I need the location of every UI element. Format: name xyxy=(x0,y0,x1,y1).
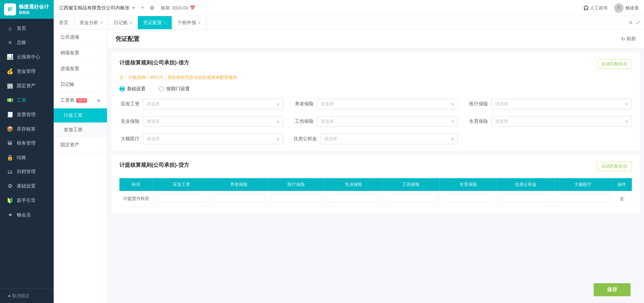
tab-voucher[interactable]: 凭证配置 × xyxy=(138,16,172,29)
tab-home[interactable]: 首页 xyxy=(54,16,74,29)
select-housing-fund[interactable]: 请选择 ∨ xyxy=(320,134,458,144)
cell-work-injury[interactable] xyxy=(382,191,440,206)
cell-maternity[interactable] xyxy=(440,191,497,206)
main-area: 江西服宝精品有限责任公司内账张 ▼ + ⚙ 账期 2023-03 📅 🎧 人工咨… xyxy=(54,0,644,303)
expand-icon[interactable]: ⤢ xyxy=(636,19,640,26)
radio-dept[interactable]: 按部门设置 xyxy=(159,86,190,92)
left-nav-purchase[interactable]: 进项发票 xyxy=(54,61,107,77)
input-credit-maternity[interactable] xyxy=(442,194,494,203)
new-badge: NEW xyxy=(76,98,87,103)
sidebar-item-tax[interactable]: 🏛 税务管理 xyxy=(0,136,54,150)
left-nav-group-label: 工资表 NEW xyxy=(60,97,87,103)
input-credit-medical[interactable] xyxy=(270,194,322,203)
select-pension[interactable]: 请选择 ∨ xyxy=(317,99,458,109)
select-maternity-placeholder: 请选择 xyxy=(495,118,508,124)
tab-funds[interactable]: 资金分析 × xyxy=(74,16,108,29)
left-nav-journal[interactable]: 日记账 xyxy=(54,77,107,93)
tab-journal[interactable]: 日记账 × xyxy=(108,16,138,29)
sidebar-unpin-button[interactable]: ◄ 取消固定 xyxy=(0,289,54,303)
cell-medical[interactable] xyxy=(268,191,325,206)
debit-form-grid: 应发工资 请选择 ∨ 养老保险 请选择 ∨ 医疗 xyxy=(119,99,632,144)
company-selector[interactable]: 江西服宝精品有限责任公司内账张 ▼ xyxy=(59,5,136,11)
select-medical[interactable]: 请选择 ∨ xyxy=(491,99,632,109)
radio-dept-circle xyxy=(159,86,164,92)
refresh-button[interactable]: ↻ 刷新 xyxy=(621,36,636,42)
save-button[interactable]: 保存 xyxy=(594,283,631,296)
payroll-calc-label: 计提工资 xyxy=(64,112,83,118)
settings-gear-icon[interactable]: ⚙ xyxy=(150,5,154,11)
select-work-injury[interactable]: 请选择 ∨ xyxy=(317,116,458,127)
field-unemployment: 失业保险 请选择 ∨ xyxy=(119,116,283,127)
left-nav-fixed-assets[interactable]: 固定资产 xyxy=(54,137,107,153)
select-unemployment[interactable]: 请选择 ∨ xyxy=(143,116,283,127)
left-nav-payroll-group[interactable]: 工资表 NEW ∨ xyxy=(54,93,107,108)
th-pension: 养老保险 xyxy=(210,178,268,191)
cell-housing-fund[interactable] xyxy=(497,191,554,206)
calendar-icon: 📅 xyxy=(190,5,195,10)
sidebar-item-member[interactable]: ✦ 畅会员 xyxy=(0,208,54,222)
chevron-down-icon: ∨ xyxy=(97,98,100,103)
tabs-actions: ✕ ⤢ xyxy=(629,19,644,26)
select-salary[interactable]: 请选择 ∨ xyxy=(143,99,283,109)
left-nav-payroll-pay[interactable]: 发放工资 xyxy=(54,123,107,137)
sidebar-item-archive[interactable]: 🗂 归档管理 xyxy=(0,165,54,179)
delete-row-icon[interactable]: 🗑 xyxy=(620,196,624,201)
service-button[interactable]: 🎧 人工咨询 xyxy=(583,5,607,11)
sidebar-item-reports[interactable]: 📊 云报表中心 xyxy=(0,50,54,64)
select-big-medical[interactable]: 请选择 ∨ xyxy=(143,134,283,144)
tab-funds-label: 资金分析 xyxy=(79,20,98,26)
close-all-icon[interactable]: ✕ xyxy=(629,19,633,26)
sidebar-item-assets[interactable]: 🏢 固定资产 xyxy=(0,79,54,93)
input-credit-big-medical[interactable] xyxy=(557,194,609,203)
tab-journal-close[interactable]: × xyxy=(130,20,132,25)
select-maternity[interactable]: 请选择 ∨ xyxy=(491,116,632,127)
field-maternity-label: 生育保险 xyxy=(468,118,488,124)
tab-tax[interactable]: 个税申报 × xyxy=(172,16,206,29)
input-credit-salary[interactable] xyxy=(156,194,207,203)
tab-home-label: 首页 xyxy=(59,20,68,26)
radio-group: 基础设置 按部门设置 xyxy=(119,86,632,92)
chevron-down-icon: ∨ xyxy=(451,119,454,124)
sidebar-item-ledger[interactable]: ≡ 总账 xyxy=(0,36,54,50)
tab-voucher-close[interactable]: × xyxy=(164,20,166,25)
cell-unemployment[interactable] xyxy=(325,191,382,206)
tab-tax-close[interactable]: × xyxy=(198,20,201,25)
left-nav-sales-label: 销项发票 xyxy=(60,50,79,55)
cell-action[interactable]: 🗑 xyxy=(612,191,632,206)
input-credit-unemployment[interactable] xyxy=(328,194,379,203)
left-nav-sales[interactable]: 销项发票 xyxy=(54,45,107,61)
sidebar-item-funds[interactable]: 💰 资金管理 xyxy=(0,64,54,79)
cell-salary[interactable] xyxy=(153,191,210,206)
sidebar-item-settings[interactable]: ⚙ 基础设置 xyxy=(0,179,54,193)
period-selector[interactable]: 账期 2023-03 📅 xyxy=(161,5,195,11)
field-medical-label: 医疗保险 xyxy=(468,101,488,107)
tab-funds-close[interactable]: × xyxy=(100,20,103,25)
add-company-button[interactable]: + xyxy=(140,4,146,11)
service-label: 人工咨询 xyxy=(590,5,607,11)
sidebar-item-payroll[interactable]: 💵 工资 xyxy=(0,93,54,107)
left-nav-payroll-calc[interactable]: 计提工资 xyxy=(54,108,107,123)
radio-basic[interactable]: 基础设置 xyxy=(119,86,146,92)
sidebar-item-label: 发票管理 xyxy=(17,112,36,118)
funds-icon: 💰 xyxy=(7,68,13,74)
input-credit-housing-fund[interactable] xyxy=(500,194,551,203)
sidebar-item-inventory[interactable]: 📦 库存核算 xyxy=(0,122,54,136)
sidebar-item-home[interactable]: ⌂ 首页 xyxy=(0,21,54,36)
sidebar-item-invoice[interactable]: 🧾 发票管理 xyxy=(0,107,54,122)
field-big-medical-label: 大额医疗 xyxy=(119,136,140,142)
left-nav-public[interactable]: 公共选项 xyxy=(54,30,107,45)
sidebar-item-close[interactable]: 🔒 结账 xyxy=(0,150,54,165)
main-panel: 凭证配置 ↻ 刷新 自动匹配科目 计提核算规则(公司承担)-借方 注：只能选择一… xyxy=(107,30,644,303)
sidebar-item-guide[interactable]: 🔰 新手引导 xyxy=(0,193,54,208)
cell-big-medical[interactable] xyxy=(554,191,612,206)
reports-icon: 📊 xyxy=(7,54,13,60)
user-menu[interactable]: 畅捷通 xyxy=(614,3,639,13)
debit-auto-match-button[interactable]: 自动匹配科目 xyxy=(597,59,632,69)
sidebar-nav: ⌂ 首页 ≡ 总账 📊 云报表中心 💰 资金管理 🏢 固定资产 💵 工资 🧾 发… xyxy=(0,19,54,289)
input-credit-work-injury[interactable] xyxy=(385,194,437,203)
cell-pension[interactable] xyxy=(210,191,268,206)
th-subject: 科目 xyxy=(119,178,153,191)
radio-basic-circle xyxy=(119,86,125,92)
credit-auto-match-button[interactable]: 自动匹配科目 xyxy=(597,162,632,171)
input-credit-pension[interactable] xyxy=(213,194,265,203)
